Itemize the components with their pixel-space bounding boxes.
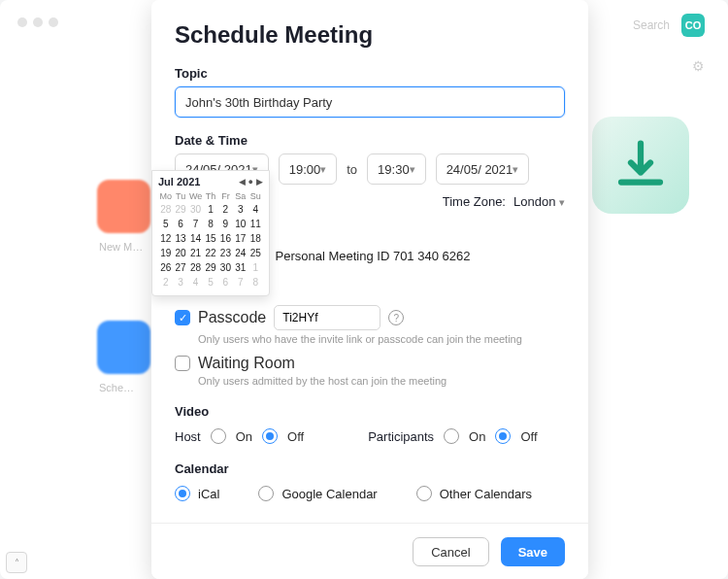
calendar-dow: Su — [248, 190, 263, 202]
calendar-grid: MoTuWeThFrSaSu 2829301234567891011121314… — [158, 190, 263, 290]
calendar-day[interactable]: 5 — [158, 217, 173, 231]
calendar-prev-icon[interactable]: ◀ — [239, 178, 246, 187]
passcode-row: Passcode ? — [175, 305, 565, 330]
passcode-label: Passcode — [198, 309, 266, 326]
calendar-day[interactable]: 13 — [173, 231, 187, 246]
help-icon[interactable]: ? — [388, 310, 404, 325]
calendar-day[interactable]: 19 — [158, 246, 173, 260]
calendar-day[interactable]: 28 — [158, 202, 173, 217]
calendar-dow: Th — [203, 190, 217, 202]
host-video-off-radio[interactable] — [262, 428, 278, 444]
calendar-day[interactable]: 27 — [173, 260, 187, 275]
calendar-day[interactable]: 24 — [233, 246, 248, 260]
calendar-day[interactable]: 8 — [203, 217, 217, 231]
calendar-day[interactable]: 2 — [218, 202, 233, 217]
chevron-down-icon: ▾ — [320, 163, 326, 176]
calendar-day[interactable]: 3 — [233, 202, 248, 217]
calendar-day[interactable]: 14 — [188, 231, 203, 246]
topic-label: Topic — [175, 66, 565, 81]
calendar-day[interactable]: 31 — [233, 260, 248, 275]
waiting-room-checkbox[interactable] — [175, 356, 190, 371]
radio-icon — [258, 486, 274, 501]
download-illustration — [592, 117, 689, 214]
end-date-select[interactable]: 24/05/ 2021 ▾ — [436, 153, 530, 185]
calendar-day[interactable]: 8 — [248, 275, 263, 290]
calendar-day[interactable]: 15 — [203, 231, 217, 246]
calendar-day[interactable]: 6 — [173, 217, 187, 231]
datetime-label: Date & Time — [175, 133, 565, 148]
start-time-select[interactable]: 19:00 ▾ — [279, 153, 338, 185]
calendar-day[interactable]: 7 — [233, 275, 248, 290]
calendar-dow: We — [188, 190, 203, 202]
calendar-day[interactable]: 30 — [188, 202, 203, 217]
calendar-day[interactable]: 3 — [173, 275, 187, 290]
calendar-day[interactable]: 20 — [173, 246, 187, 260]
calendar-day[interactable]: 28 — [188, 260, 203, 275]
host-video-on-radio[interactable] — [211, 428, 226, 444]
calendar-other-option[interactable]: Other Calendars — [416, 486, 532, 501]
schedule-meeting-dialog: Schedule Meeting Topic John's 30th Birth… — [151, 0, 588, 579]
calendar-day[interactable]: 25 — [248, 246, 263, 260]
calendar-day[interactable]: 21 — [188, 246, 203, 260]
calendar-dow: Tu — [173, 190, 187, 202]
calendar-day[interactable]: 17 — [233, 231, 248, 246]
new-meeting-tile[interactable] — [97, 180, 150, 233]
calendar-day[interactable]: 23 — [218, 246, 233, 260]
calendar-section-title: Calendar — [175, 461, 565, 476]
calendar-day[interactable]: 4 — [248, 202, 263, 217]
calendar-next-icon[interactable]: ▶ — [256, 178, 263, 187]
participants-label: Participants — [368, 429, 434, 444]
cancel-button[interactable]: Cancel — [413, 537, 488, 566]
calendar-day[interactable]: 26 — [158, 260, 173, 275]
passcode-input[interactable] — [274, 305, 381, 330]
search-placeholder: Search — [633, 18, 670, 32]
calendar-day[interactable]: 11 — [248, 217, 263, 231]
chevron-down-icon: ▾ — [410, 163, 415, 176]
participants-video-off-radio[interactable] — [495, 428, 511, 444]
calendar-day[interactable]: 1 — [248, 260, 263, 275]
calendar-month-title: Jul 2021 — [158, 176, 200, 187]
calendar-day[interactable]: 12 — [158, 231, 173, 246]
schedule-tile[interactable] — [97, 321, 150, 374]
calendar-dow: Fr — [218, 190, 233, 202]
new-meeting-label: New M… — [99, 241, 143, 253]
calendar-day[interactable]: 22 — [203, 246, 217, 260]
radio-icon — [416, 486, 432, 501]
calendar-day[interactable]: 2 — [158, 275, 173, 290]
avatar[interactable]: CO — [681, 14, 705, 37]
calendar-day[interactable]: 16 — [218, 231, 233, 246]
calendar-google-option[interactable]: Google Calendar — [258, 486, 377, 501]
calendar-day[interactable]: 29 — [203, 260, 217, 275]
waiting-room-hint: Only users admitted by the host can join… — [198, 375, 565, 387]
calendar-day[interactable]: 5 — [203, 275, 217, 290]
calendar-dow: Mo — [158, 190, 173, 202]
waiting-room-label: Waiting Room — [198, 355, 295, 372]
calendar-day[interactable]: 4 — [188, 275, 203, 290]
calendar-day[interactable]: 30 — [218, 260, 233, 275]
calendar-day[interactable]: 6 — [218, 275, 233, 290]
calendar-ical-option[interactable]: iCal — [175, 486, 219, 501]
calendar-day[interactable]: 29 — [173, 202, 187, 217]
chevron-down-icon: ▾ — [559, 196, 565, 208]
calendar-day[interactable]: 18 — [248, 231, 263, 246]
calendar-day[interactable]: 10 — [233, 217, 248, 231]
save-button[interactable]: Save — [501, 537, 565, 566]
schedule-label: Sche… — [99, 382, 134, 393]
end-time-select[interactable]: 19:30 ▾ — [367, 153, 426, 185]
timezone-select[interactable]: London ▾ — [513, 194, 565, 209]
to-label: to — [347, 162, 357, 177]
topic-input[interactable]: John's 30th Birthday Party — [175, 86, 565, 118]
participants-video-on-radio[interactable] — [444, 428, 459, 444]
calendar-day[interactable]: 9 — [218, 217, 233, 231]
dialog-footer: Cancel Save — [151, 523, 588, 579]
calendar-today-icon[interactable]: ● — [248, 178, 253, 187]
calendar-day[interactable]: 1 — [203, 202, 217, 217]
passcode-hint: Only users who have the invite link or p… — [198, 333, 565, 345]
collapse-handle-icon[interactable]: ˄ — [6, 552, 27, 573]
personal-meeting-id-option[interactable]: Personal Meeting ID 701 340 6262 — [252, 248, 471, 263]
video-section-title: Video — [175, 404, 565, 419]
calendar-day[interactable]: 7 — [188, 217, 203, 231]
calendar-dow: Sa — [233, 190, 248, 202]
passcode-checkbox[interactable] — [175, 310, 190, 325]
gear-icon[interactable]: ⚙ — [692, 58, 705, 74]
